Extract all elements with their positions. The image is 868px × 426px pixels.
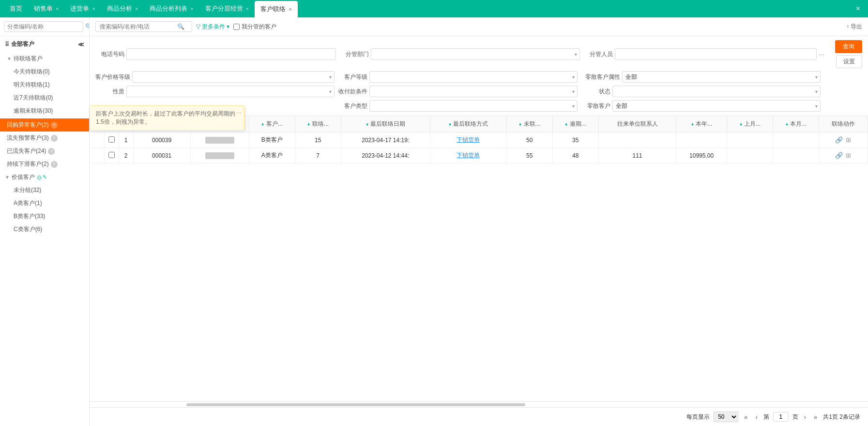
person-input[interactable] (615, 48, 817, 60)
customer-level-select[interactable] (369, 71, 578, 83)
th-this-year[interactable]: ⬧ 本年... (676, 116, 727, 132)
per-page-label: 每页显示 (686, 413, 710, 421)
value-settings-icon[interactable]: ✎ (43, 174, 47, 180)
action-link-icon[interactable]: 🔗 (835, 136, 843, 144)
nav-product-list-close[interactable]: × (190, 6, 193, 12)
nav-customer-contact[interactable]: 客户联络 × (255, 1, 297, 17)
table-row: 1 000039 B类客户 15 2023-04-17 14:19: 下销货单 … (90, 132, 868, 148)
more-conditions-btn[interactable]: ▽ 更多条件 ▾ (196, 23, 229, 31)
filter-price-level: 客户价格等级 (95, 71, 335, 83)
nav-product-list[interactable]: 商品分析列表 × (144, 0, 199, 17)
cell-name (190, 148, 249, 163)
filter-phone: 电话号码 (95, 48, 336, 60)
nav-sales[interactable]: 销售单 × (28, 0, 64, 17)
tooltip-close[interactable]: ... (236, 108, 241, 115)
sidebar-item-churned[interactable]: 已流失客户(24) ? (0, 145, 89, 158)
dept-select[interactable] (371, 48, 580, 60)
info-icon-churned: ? (48, 148, 55, 155)
prev-page-btn[interactable]: ‹ (753, 412, 759, 422)
nav-customer-contact-close[interactable]: × (289, 6, 291, 12)
export-icon: ↑ (846, 23, 849, 30)
sidebar-search-input[interactable] (4, 21, 83, 32)
cell-action: 🔗 ⊞ (819, 148, 868, 163)
retail-attr-label: 零散客户属性 (581, 73, 620, 81)
th-this-month[interactable]: ⬧ 本月... (773, 116, 819, 132)
my-customers-filter[interactable]: 我分管的客户 (233, 23, 276, 31)
row-checkbox[interactable] (108, 152, 115, 158)
th-last-month[interactable]: ⬧ 上月... (727, 116, 773, 132)
th-last-date[interactable]: ⬧ 最后联络日期 (341, 116, 430, 132)
payment-label: 收付款条件 (338, 88, 367, 96)
sidebar-item-7days[interactable]: 近7天待联络(0) (0, 91, 89, 104)
nav-customer-tier-close[interactable]: × (246, 6, 249, 12)
sidebar-item-today[interactable]: 今天待联络(0) (0, 65, 89, 78)
sidebar-item-declining[interactable]: 持续下滑客户(2) ? (0, 158, 89, 171)
th-not-contacted[interactable]: ⬧ 未联... (506, 116, 552, 132)
retail-attr-select[interactable]: 全部 (622, 71, 821, 83)
payment-select[interactable] (369, 86, 578, 97)
nav-sales-close[interactable]: × (56, 6, 59, 12)
th-action: 联络动作 (819, 116, 868, 132)
sidebar-item-churn-warning[interactable]: 流失预警客户(3) ? (0, 132, 89, 145)
export-button[interactable]: ↑ 导出 (846, 23, 862, 31)
person-label: 分管人员 (584, 50, 613, 59)
sidebar-item-overdue[interactable]: 逾期未联络(30) (0, 104, 89, 118)
cell-settings (90, 132, 104, 148)
last-page-btn[interactable]: » (812, 412, 819, 422)
nav-product-analysis[interactable]: 商品分析 × (101, 0, 144, 17)
first-page-btn[interactable]: « (742, 412, 749, 422)
value-edit-icon[interactable]: ⊙ (37, 174, 42, 181)
search-icon: 🔍 (177, 23, 184, 30)
retail-customer-select[interactable]: 全部 (612, 100, 821, 112)
phone-input[interactable] (126, 48, 336, 60)
last-method-link[interactable]: 下销货单 (457, 136, 480, 143)
nav-product-analysis-close[interactable]: × (135, 6, 138, 12)
filter-icon: ▽ (196, 23, 200, 30)
status-select[interactable] (612, 86, 821, 97)
nav-home[interactable]: 首页 (4, 0, 28, 17)
action-grid-icon[interactable]: ⊞ (846, 136, 851, 144)
settings-button[interactable]: 设置 (836, 55, 862, 68)
page-end-label: 页 (792, 413, 798, 421)
nav-purchase[interactable]: 进货单 × (64, 0, 101, 17)
person-dots[interactable]: ··· (819, 50, 824, 58)
cell-checkbox (104, 132, 119, 148)
th-level[interactable]: ⬧ 客户... (249, 116, 295, 132)
last-method-link[interactable]: 下销货单 (457, 152, 480, 159)
nav-customer-tier[interactable]: 客户分层经营 × (199, 0, 255, 17)
action-grid-icon[interactable]: ⊞ (846, 152, 851, 159)
row-checkbox[interactable] (108, 136, 115, 143)
bottom-scrollbar[interactable] (90, 401, 868, 407)
sidebar-item-c-class[interactable]: C类客户(6) (0, 223, 89, 236)
nav-close-all[interactable]: × (852, 4, 864, 13)
th-contact-person[interactable]: 往来单位联系人 (598, 116, 676, 132)
per-page-select[interactable]: 20 50 100 (714, 411, 738, 422)
sidebar-value-customers-title[interactable]: ▼ 价值客户 ⊙ ✎ (0, 171, 89, 184)
sidebar-group-pending-title[interactable]: ▼ 待联络客户 (0, 52, 89, 65)
sidebar-item-b-class[interactable]: B类客户(33) (0, 210, 89, 223)
customer-type-select[interactable] (369, 100, 578, 112)
sidebar-item-tomorrow[interactable]: 明天待联络(1) (0, 78, 89, 91)
sidebar-item-unclassified[interactable]: 未分组(32) (0, 184, 89, 197)
cell-last-method: 下销货单 (430, 132, 506, 148)
sidebar-item-repurchase-abnormal[interactable]: 回购异常客户(2) ? (0, 118, 89, 132)
th-overdue[interactable]: ⬧ 逾期... (552, 116, 598, 132)
sidebar-item-a-class[interactable]: A类客户(1) (0, 197, 89, 210)
collapse-icon[interactable]: ≪ (78, 41, 84, 48)
cell-contact-person: 111 (598, 148, 676, 163)
nature-select[interactable] (126, 86, 335, 97)
search-input[interactable] (100, 23, 177, 30)
action-link-icon[interactable]: 🔗 (835, 152, 843, 159)
th-contact[interactable]: ⬧ 联络... (295, 116, 341, 132)
th-last-method[interactable]: ⬧ 最后联络方式 (430, 116, 506, 132)
nav-purchase-close[interactable]: × (92, 6, 95, 12)
price-level-select[interactable] (132, 71, 335, 83)
next-page-btn[interactable]: › (802, 412, 808, 422)
sidebar-search-button[interactable]: 🔍 (85, 23, 90, 30)
cell-checkbox (104, 148, 119, 163)
query-button[interactable]: 查询 (835, 40, 862, 53)
my-customers-checkbox[interactable] (233, 24, 240, 30)
current-page-input[interactable] (773, 412, 789, 422)
cell-this-month (773, 132, 819, 148)
sidebar-all-customers[interactable]: ⠿ 全部客户 ≪ (0, 36, 89, 52)
